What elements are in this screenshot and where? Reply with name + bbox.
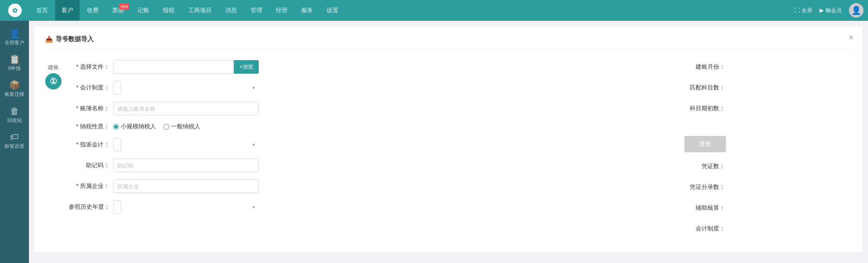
nav-item-manage[interactable]: 管理	[244, 0, 269, 21]
nav-item-tax[interactable]: 报税	[157, 0, 181, 21]
ledger-name-label: * 账簿名称：	[69, 104, 109, 113]
nav-item-service[interactable]: 服务	[295, 0, 319, 21]
nav-item-finance[interactable]: 经营	[270, 0, 294, 21]
right-panel-fields: 建账月份： 匹配科目数： 科目期初数：	[684, 60, 852, 235]
voucher-entries-label: 凭证分录数：	[684, 183, 725, 191]
title-text: 导爷数据导入	[56, 35, 94, 43]
history-year-row: 参照历史年度：	[69, 200, 259, 214]
accounting-system-label: * 会计制度：	[69, 84, 109, 92]
tax-type-label: * 纳税性质：	[69, 122, 109, 131]
close-button[interactable]: ×	[849, 33, 854, 42]
aux-accounting-row: 辅助核算：	[684, 201, 852, 215]
nav-right: ⛶ 全屏 ▶ 畅会员 👤	[794, 3, 863, 18]
sidebar-label-tags: 标签设置	[5, 143, 24, 149]
history-year-select-wrapper	[113, 200, 259, 214]
period-initial-value	[729, 102, 852, 115]
match-subjects-row: 匹配科目数：	[684, 81, 852, 94]
sidebar-label-trash: 回收站	[7, 117, 22, 123]
top-navigation: ✿ 首页客户收费票据new记账报税工商项目消息管理经营服务设置 ⛶ 全屏 ▶ 畅…	[0, 0, 868, 21]
file-label: * 选择文件：	[69, 63, 109, 71]
logo-icon: ✿	[8, 4, 22, 17]
nav-item-invoice[interactable]: 票据new	[106, 0, 130, 21]
sidebar-label-all-customers: 全部客户	[5, 40, 24, 46]
nav-item-msg[interactable]: 消息	[219, 0, 243, 21]
accountant-row: * 指派会计：	[69, 138, 259, 151]
file-input[interactable]	[113, 60, 234, 74]
member-icon: ▶	[820, 7, 824, 14]
memo-row: 助记码：	[69, 159, 259, 172]
tax-radio-small[interactable]: 小规模纳税人	[113, 122, 156, 131]
month-label: 建账月份：	[684, 63, 725, 71]
nav-item-billing[interactable]: 收费	[81, 0, 105, 21]
page-header: 📥 导爷数据导入 ×	[45, 35, 852, 49]
sidebar: 👤全部客户📋0申报📦账套迁移🗑回收站🏷标签设置	[0, 21, 29, 263]
step-circle: ①	[45, 73, 62, 89]
browse-button[interactable]: +浏览	[234, 60, 259, 74]
memo-input[interactable]	[113, 159, 259, 172]
step-indicator: 建账 ①	[45, 60, 62, 89]
sidebar-icon-all-customers: 👤	[9, 29, 20, 38]
voucher-value	[729, 160, 852, 173]
memo-label: 助记码：	[69, 161, 109, 169]
file-input-wrapper: +浏览	[113, 60, 259, 74]
sidebar-icon-declare: 📋	[9, 55, 20, 64]
sidebar-item-tags[interactable]: 🏷标签设置	[2, 129, 27, 153]
sidebar-icon-migration: 📦	[9, 80, 20, 89]
tax-radio-small-input[interactable]	[113, 124, 119, 130]
build-btn-row: 建账	[684, 127, 852, 152]
tax-radio-general-input[interactable]	[163, 124, 169, 130]
page-card: 📥 导爷数据导入 × 建账 ①	[34, 26, 863, 252]
accounting-system-right-value	[729, 222, 852, 235]
form-layout: 建账 ① * 选择文件： +浏览	[45, 60, 852, 235]
sidebar-item-all-customers[interactable]: 👤全部客户	[2, 25, 27, 49]
voucher-label: 凭证数：	[684, 162, 725, 170]
accountant-select-wrapper	[113, 138, 259, 151]
nav-item-settings[interactable]: 设置	[320, 0, 345, 21]
form-fields: * 选择文件： +浏览 * 会计制度：	[69, 60, 259, 214]
build-account-button[interactable]: 建账	[684, 136, 726, 152]
sidebar-item-migration[interactable]: 📦账套迁移	[2, 77, 27, 101]
history-year-select[interactable]	[113, 200, 121, 214]
accountant-label: * 指派会计：	[69, 141, 109, 149]
fullscreen-icon: ⛶	[794, 7, 800, 14]
company-input[interactable]	[113, 179, 259, 193]
nav-item-biz[interactable]: 工商项目	[182, 0, 218, 21]
aux-accounting-label: 辅助核算：	[684, 204, 725, 212]
voucher-row: 凭证数：	[684, 160, 852, 173]
month-row: 建账月份：	[684, 60, 852, 74]
sidebar-item-trash[interactable]: 🗑回收站	[2, 103, 27, 127]
file-row: * 选择文件： +浏览	[69, 60, 259, 74]
sidebar-label-migration: 账套迁移	[5, 91, 24, 97]
ledger-name-row: * 账簿名称：	[69, 102, 259, 115]
sidebar-icon-tags: 🏷	[10, 132, 19, 141]
sidebar-item-declare[interactable]: 📋0申报	[2, 51, 27, 75]
ledger-name-input[interactable]	[113, 102, 259, 115]
period-initial-row: 科目期初数：	[684, 102, 852, 115]
company-label: * 所属企业：	[69, 182, 109, 190]
history-year-label: 参照历史年度：	[69, 203, 109, 211]
aux-accounting-value	[729, 201, 852, 215]
app-logo: ✿	[5, 0, 25, 21]
user-avatar[interactable]: 👤	[849, 3, 863, 18]
accountant-select[interactable]	[113, 138, 121, 151]
tax-type-row: * 纳税性质： 小规模纳税人 一般纳税人	[69, 122, 259, 131]
fullscreen-button[interactable]: ⛶ 全屏	[794, 7, 812, 14]
content-area: 📥 导爷数据导入 × 建账 ①	[29, 21, 868, 263]
tax-radio-general-label: 一般纳税人	[171, 122, 200, 131]
accounting-system-right-label: 会计制度：	[684, 225, 725, 233]
accounting-system-select[interactable]	[113, 81, 121, 94]
sidebar-icon-trash: 🗑	[10, 107, 19, 116]
page-title: 📥 导爷数据导入	[45, 35, 94, 43]
accounting-system-row: * 会计制度：	[69, 81, 259, 94]
voucher-entries-row: 凭证分录数：	[684, 180, 852, 194]
member-button[interactable]: ▶ 畅会员	[820, 7, 842, 14]
avatar-icon: 👤	[851, 5, 861, 15]
tax-radio-general[interactable]: 一般纳税人	[163, 122, 200, 131]
nav-item-customer[interactable]: 客户	[55, 0, 80, 21]
nav-item-home[interactable]: 首页	[30, 0, 54, 21]
company-row: * 所属企业：	[69, 179, 259, 193]
month-value	[729, 60, 852, 74]
nav-item-accounting[interactable]: 记账	[131, 0, 156, 21]
fullscreen-label: 全屏	[802, 7, 812, 14]
period-initial-label: 科目期初数：	[684, 104, 725, 113]
